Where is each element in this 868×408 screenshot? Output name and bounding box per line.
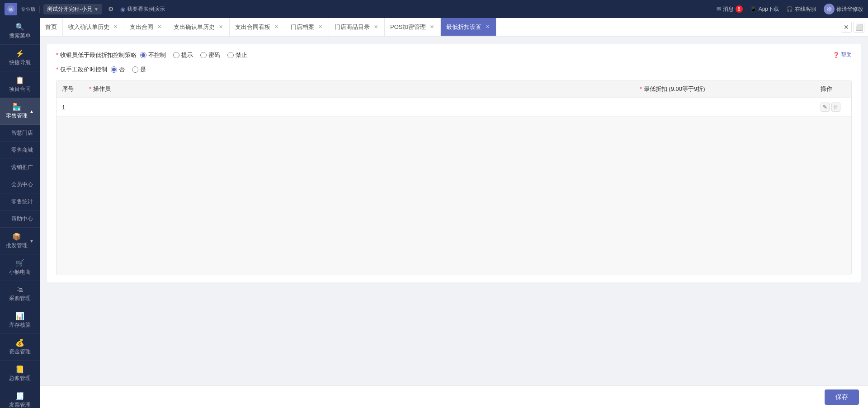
sidebar-item-finance-mgmt[interactable]: 💰 资金管理 — [0, 334, 40, 361]
sidebar-item-purchase-mgmt[interactable]: 🛍 采购管理 — [0, 281, 40, 307]
discount-option-no-control-label: 不控制 — [148, 51, 166, 59]
sidebar-item-retail-stats[interactable]: 零售统计 — [0, 193, 40, 211]
cell-operator — [84, 98, 634, 117]
footer-bar: 保存 — [40, 385, 868, 408]
tab-payment-history[interactable]: 支出确认单历史 ✕ — [168, 18, 230, 36]
tab-payment-board[interactable]: 支出合同看板 ✕ — [230, 18, 285, 36]
sidebar-item-retail-mall[interactable]: 零售商城 — [0, 142, 40, 159]
sidebar-item-quick-nav[interactable]: ⚡ 快捷导航 — [0, 45, 40, 71]
col-header-action: 操作 — [815, 80, 851, 98]
ledger-mgmt-icon: 📒 — [3, 365, 37, 374]
discount-control-label: * 收银员低于最低折扣控制策略 — [56, 51, 137, 59]
tab-pos-password[interactable]: POS加密管理 ✕ — [385, 18, 441, 36]
tab-payment-contract-close[interactable]: ✕ — [156, 24, 162, 30]
save-button[interactable]: 保存 — [825, 389, 859, 405]
tab-home-label: 首页 — [45, 23, 57, 31]
sidebar-item-project-contract[interactable]: 📋 项目合同 — [0, 71, 40, 98]
tab-income-history[interactable]: 收入确认单历史 ✕ — [63, 18, 124, 36]
close-tab-button[interactable]: ✕ — [841, 22, 852, 33]
retail-mgmt-icon: 🏪 — [6, 103, 28, 111]
discount-option-no-control-radio[interactable] — [140, 52, 146, 58]
messages-label: 消息 — [723, 5, 734, 13]
user-profile-button[interactable]: 徐 徐泽华修改 — [824, 4, 863, 14]
sidebar-item-ledger-mgmt[interactable]: 📒 总账管理 — [0, 361, 40, 387]
tab-store-products[interactable]: 门店商品目录 ✕ — [329, 18, 385, 36]
discount-control-required: * — [56, 52, 58, 58]
tab-payment-contract[interactable]: 支出合同 ✕ — [124, 18, 168, 36]
tab-payment-board-close[interactable]: ✕ — [273, 24, 279, 30]
sidebar-item-marketing[interactable]: 营销推广 — [0, 159, 40, 176]
quick-nav-icon: ⚡ — [3, 49, 37, 58]
header-settings-button[interactable]: ⚙ — [106, 4, 117, 14]
table-container: 序号 * 操作员 * 最低折扣 (9.00等于9折) — [56, 80, 852, 275]
discount-option-forbid[interactable]: 禁止 — [227, 51, 247, 59]
project-selector[interactable]: 测试分开完程-小兄 ▼ — [43, 4, 102, 14]
col-header-seq: 序号 — [57, 80, 84, 98]
demo-link-label: 我要看实例演示 — [127, 5, 165, 13]
manual-price-no-radio[interactable] — [111, 66, 117, 73]
sidebar-item-help-center[interactable]: 帮助中心 — [0, 211, 40, 228]
manual-price-yes[interactable]: 是 — [132, 66, 146, 74]
manual-price-yes-radio[interactable] — [132, 66, 138, 73]
discount-option-remind-radio[interactable] — [173, 52, 179, 58]
tab-home[interactable]: 首页 — [40, 18, 63, 36]
sidebar-item-search[interactable]: 🔍 搜索菜单 — [0, 18, 40, 45]
tab-payment-history-close[interactable]: ✕ — [217, 24, 224, 30]
sidebar-item-label: 项目合同 — [3, 85, 37, 93]
help-icon: ❓ — [833, 52, 840, 58]
sidebar-item-ecommerce[interactable]: 🛒 小畅电商 — [0, 254, 40, 281]
tab-income-history-close[interactable]: ✕ — [112, 24, 118, 30]
row-edit-button[interactable]: ✎ — [821, 103, 830, 112]
cell-seq: 1 — [57, 98, 84, 117]
discount-option-password-radio[interactable] — [200, 52, 207, 58]
sidebar-item-batch-mgmt[interactable]: 📦 批发管理 ▼ — [0, 228, 40, 254]
sidebar-item-inventory[interactable]: 📊 库存核算 — [0, 307, 40, 334]
sidebar-item-label: 零售商城 — [7, 146, 37, 154]
tab-store-products-close[interactable]: ✕ — [373, 24, 379, 30]
demo-link[interactable]: ◉ 我要看实例演示 — [120, 5, 165, 13]
batch-mgmt-expand-icon: ▼ — [29, 239, 34, 244]
sidebar-item-invoice-mgmt[interactable]: 🧾 发票管理 — [0, 387, 40, 408]
sidebar-item-label: 零售统计 — [7, 198, 37, 206]
sidebar-item-member-center[interactable]: 会员中心 — [0, 176, 40, 193]
col-header-operator: * 操作员 — [84, 80, 634, 98]
tab-store-file[interactable]: 门店档案 ✕ — [285, 18, 329, 36]
tab-pos-password-close[interactable]: ✕ — [429, 24, 435, 30]
restore-tab-button[interactable]: ⬜ — [854, 22, 864, 33]
sidebar-item-label: 总账管理 — [3, 375, 37, 382]
demo-icon: ◉ — [120, 6, 125, 13]
col-header-min-discount: * 最低折扣 (9.00等于9折) — [634, 80, 815, 98]
tab-bar: 首页 收入确认单历史 ✕ 支出合同 ✕ 支出确认单历史 ✕ 支出合同看板 ✕ — [40, 18, 868, 36]
top-header: 畅 专业版 测试分开完程-小兄 ▼ ⚙ ◉ 我要看实例演示 ✉ 消息 8 📱 A… — [0, 0, 868, 18]
discount-option-forbid-label: 禁止 — [236, 51, 247, 59]
tab-min-discount-close[interactable]: ✕ — [484, 24, 491, 30]
tab-store-file-close[interactable]: ✕ — [317, 24, 323, 30]
customer-service-icon: 🎧 — [786, 6, 793, 12]
sidebar-item-label: 智慧门店 — [7, 129, 37, 137]
manual-price-yes-label: 是 — [140, 66, 146, 74]
retail-mgmt-expand-icon: ▲ — [29, 109, 34, 114]
discount-option-forbid-radio[interactable] — [227, 52, 234, 58]
manual-price-no[interactable]: 否 — [111, 66, 125, 74]
sidebar-item-smart-store[interactable]: 智慧门店 — [0, 125, 40, 142]
app-download-button[interactable]: 📱 App下载 — [750, 5, 779, 13]
project-name: 测试分开完程-小兄 — [47, 5, 92, 13]
tab-min-discount[interactable]: 最低折扣设置 ✕ — [441, 18, 496, 36]
help-button[interactable]: ❓ 帮助 — [833, 51, 852, 59]
messages-button[interactable]: ✉ 消息 8 — [717, 5, 743, 13]
row-delete-button[interactable]: 🗑 — [831, 103, 840, 112]
ecommerce-icon: 🛒 — [3, 259, 37, 267]
customer-service-button[interactable]: 🎧 在线客服 — [786, 5, 816, 13]
sidebar-item-label: 库存核算 — [3, 321, 37, 329]
header-left: 畅 专业版 测试分开完程-小兄 ▼ ⚙ ◉ 我要看实例演示 — [5, 3, 165, 15]
discount-option-no-control[interactable]: 不控制 — [140, 51, 166, 59]
tab-min-discount-label: 最低折扣设置 — [446, 23, 481, 31]
app-download-label: App下载 — [759, 5, 779, 13]
discount-option-remind[interactable]: 提示 — [173, 51, 193, 59]
sidebar-item-retail-mgmt[interactable]: 🏪 零售管理 ▲ — [0, 98, 40, 125]
user-avatar: 徐 — [824, 4, 835, 14]
manual-price-required: * — [56, 66, 58, 73]
cell-min-discount — [634, 98, 815, 117]
discount-option-password[interactable]: 密码 — [200, 51, 220, 59]
form-card: ❓ 帮助 * 收银员低于最低折扣控制策略 不控制 — [47, 44, 861, 282]
